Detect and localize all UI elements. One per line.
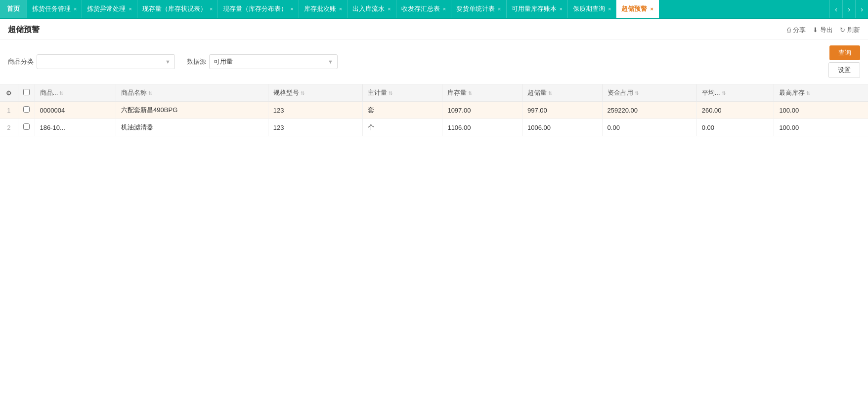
column-overstock[interactable]: 超储量 ⇅	[522, 84, 602, 102]
row-number: 1	[0, 102, 18, 119]
row-number: 2	[0, 119, 18, 136]
table-row: 1 0000004 六配套新昌490BPG 123 套 1097.00 997.…	[0, 102, 868, 119]
close-icon[interactable]: ×	[339, 6, 342, 12]
category-filter: 商品分类 ▼	[8, 54, 175, 69]
row-checkbox[interactable]	[23, 106, 30, 113]
filter-buttons: 查询 设置	[828, 45, 860, 78]
page-content: 超储预警 ⎙ 分享 ⬇ 导出 ↻ 刷新 商品分类 ▼ 数据源	[0, 19, 868, 395]
cell-overstock: 1006.00	[522, 119, 602, 136]
nav-demand-stats[interactable]: 要货单统计表 ×	[451, 0, 506, 18]
cell-avg: 0.00	[696, 119, 774, 136]
cell-unit: 套	[362, 102, 442, 119]
sort-icon: ⇅	[468, 90, 472, 96]
nav-home[interactable]: 首页	[0, 0, 27, 18]
chevron-down-icon: ▼	[328, 59, 333, 65]
datasource-label: 数据源	[187, 57, 206, 66]
cell-overstock: 997.00	[522, 102, 602, 119]
nav-overstock-warning[interactable]: 超储预警 ×	[616, 0, 658, 18]
column-settings[interactable]: ⚙	[0, 84, 18, 102]
nav-exception[interactable]: 拣货异常处理 ×	[82, 0, 137, 18]
cell-product-code: 0000004	[35, 102, 116, 119]
nav-batch[interactable]: 库存批次账 ×	[299, 0, 347, 18]
header-actions: ⎙ 分享 ⬇ 导出 ↻ 刷新	[787, 26, 860, 35]
table-wrapper: ⚙ 商品... ⇅ 商品名称 ⇅	[0, 84, 868, 136]
close-icon[interactable]: ×	[608, 6, 611, 12]
nav-available-stock[interactable]: 可用量库存账本 ×	[507, 0, 568, 18]
close-icon[interactable]: ×	[290, 6, 293, 12]
page-title: 超储预警	[8, 25, 40, 35]
column-product-code[interactable]: 商品... ⇅	[35, 84, 116, 102]
gear-icon: ⚙	[6, 89, 12, 97]
table-row: 2 186-10... 机油滤清器 123 个 1106.00 1006.00 …	[0, 119, 868, 136]
refresh-icon: ↻	[840, 26, 845, 34]
nav-summary[interactable]: 收发存汇总表 ×	[396, 0, 451, 18]
column-max-stock[interactable]: 最高库存 ⇅	[774, 84, 868, 102]
close-icon[interactable]: ×	[498, 6, 501, 12]
query-button[interactable]: 查询	[829, 45, 860, 60]
close-icon[interactable]: ×	[129, 6, 131, 12]
cell-max-stock: 100.00	[774, 102, 868, 119]
cell-product-name: 机油滤清器	[116, 119, 268, 136]
nav-inout-flow[interactable]: 出入库流水 ×	[347, 0, 396, 18]
sort-icon: ⇅	[806, 90, 810, 96]
category-select[interactable]: ▼	[37, 54, 175, 69]
row-checkbox-cell	[18, 102, 35, 119]
nav-quality-expiry[interactable]: 保质期查询 ×	[568, 0, 616, 18]
export-button[interactable]: ⬇ 导出	[813, 26, 833, 35]
cell-capital: 259220.00	[602, 102, 696, 119]
export-icon: ⬇	[813, 26, 818, 34]
settings-button[interactable]: 设置	[828, 62, 860, 78]
column-spec[interactable]: 规格型号 ⇅	[268, 84, 362, 102]
cell-avg: 260.00	[696, 102, 774, 119]
nav-more-button[interactable]: ›	[855, 0, 868, 19]
column-product-name[interactable]: 商品名称 ⇅	[116, 84, 268, 102]
sort-icon: ⇅	[301, 90, 304, 96]
cell-max-stock: 100.00	[774, 119, 868, 136]
nav-scroll-controls: ‹ › ›	[829, 0, 868, 19]
column-capital[interactable]: 资金占用 ⇅	[602, 84, 696, 102]
column-avg[interactable]: 平均... ⇅	[696, 84, 774, 102]
share-button[interactable]: ⎙ 分享	[787, 26, 806, 35]
sort-icon: ⇅	[389, 90, 392, 96]
top-navigation: 首页 拣货任务管理 × 拣货异常处理 × 现存量（库存状况表） × 现存量（库存…	[0, 0, 868, 19]
close-icon[interactable]: ×	[388, 6, 391, 12]
row-checkbox[interactable]	[23, 123, 30, 130]
cell-stock: 1106.00	[442, 119, 522, 136]
chevron-down-icon: ▼	[165, 59, 171, 65]
cell-stock: 1097.00	[442, 102, 522, 119]
nav-stock-status[interactable]: 现存量（库存状况表） ×	[137, 0, 218, 18]
page-header: 超储预警 ⎙ 分享 ⬇ 导出 ↻ 刷新	[0, 19, 868, 40]
column-unit[interactable]: 主计量 ⇅	[362, 84, 442, 102]
sort-icon: ⇅	[59, 90, 63, 96]
data-table: ⚙ 商品... ⇅ 商品名称 ⇅	[0, 84, 868, 136]
select-all-checkbox[interactable]	[23, 89, 30, 95]
close-icon[interactable]: ×	[443, 6, 446, 12]
close-icon[interactable]: ×	[74, 6, 77, 12]
close-icon[interactable]: ×	[560, 6, 563, 12]
share-icon: ⎙	[787, 26, 791, 34]
category-label: 商品分类	[8, 57, 34, 66]
nav-next-button[interactable]: ›	[842, 0, 855, 19]
nav-task-mgmt[interactable]: 拣货任务管理 ×	[27, 0, 82, 18]
column-stock[interactable]: 库存量 ⇅	[442, 84, 522, 102]
row-checkbox-cell	[18, 119, 35, 136]
sort-icon: ⇅	[148, 90, 152, 96]
datasource-value: 可用量	[214, 57, 233, 66]
nav-stock-dist[interactable]: 现存量（库存分布表） ×	[218, 0, 299, 18]
cell-unit: 个	[362, 119, 442, 136]
cell-spec: 123	[268, 119, 362, 136]
cell-product-name: 六配套新昌490BPG	[116, 102, 268, 119]
filter-row: 商品分类 ▼ 数据源 可用量 ▼ 查询 设置	[0, 40, 868, 84]
table-header-row: ⚙ 商品... ⇅ 商品名称 ⇅	[0, 84, 868, 102]
cell-spec: 123	[268, 102, 362, 119]
close-icon[interactable]: ×	[210, 6, 213, 12]
close-icon[interactable]: ×	[650, 6, 653, 12]
cell-capital: 0.00	[602, 119, 696, 136]
refresh-button[interactable]: ↻ 刷新	[840, 26, 860, 35]
datasource-select[interactable]: 可用量 ▼	[209, 54, 338, 69]
table-body: 1 0000004 六配套新昌490BPG 123 套 1097.00 997.…	[0, 102, 868, 136]
nav-prev-button[interactable]: ‹	[829, 0, 842, 19]
sort-icon: ⇅	[635, 90, 639, 96]
column-checkbox	[18, 84, 35, 102]
datasource-filter: 数据源 可用量 ▼	[187, 54, 338, 69]
